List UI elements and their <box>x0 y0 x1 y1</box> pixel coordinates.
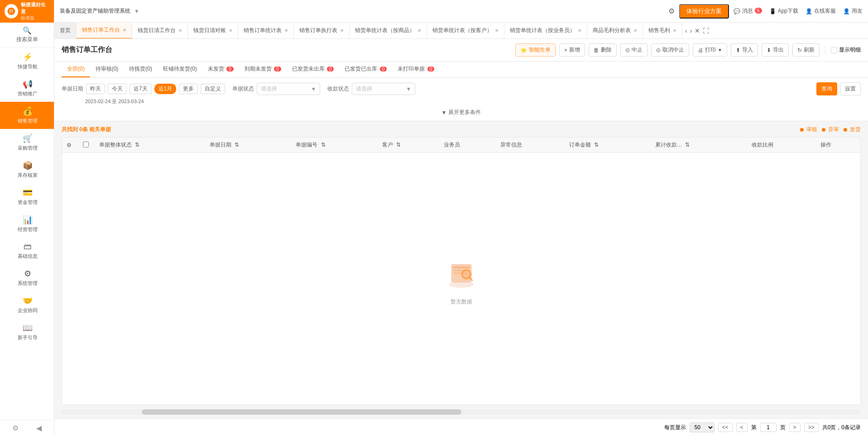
tab-home[interactable]: 首页 <box>54 23 77 39</box>
collected-sort[interactable]: ⇅ <box>685 142 690 148</box>
number-sort[interactable]: ⇅ <box>321 142 326 148</box>
show-detail-checkbox[interactable] <box>831 47 837 53</box>
tab-close-all[interactable]: ✕ <box>694 26 701 35</box>
tab-cash-daily[interactable]: 钱货日清工作台 ✕ <box>132 23 188 39</box>
subtab-overdue[interactable]: 到期未发货 0 <box>239 62 287 77</box>
next-page-btn[interactable]: > <box>789 423 801 432</box>
prev-page-btn[interactable]: < <box>736 423 748 432</box>
subtab-not-printed[interactable]: 未打印单据 0 <box>392 62 440 77</box>
import-button[interactable]: ⬆ 导入 <box>731 43 758 57</box>
scrollbar-thumb[interactable] <box>142 409 461 415</box>
tab-sum-staff-close[interactable]: ✕ <box>578 28 581 33</box>
tab-cash-daily-close[interactable]: ✕ <box>178 28 182 33</box>
tab-sales-more[interactable]: 销售毛利 ✕ <box>643 23 682 39</box>
tab-sales-sum-product[interactable]: 销货单统计表（按商品） ✕ <box>350 23 427 39</box>
delete-button[interactable]: 🗑 删除 <box>589 43 617 57</box>
tab-profit-close[interactable]: ✕ <box>633 28 637 33</box>
nav-item-inventory[interactable]: 📦 库存核算 <box>0 156 54 183</box>
message-btn[interactable]: 💬 消息 6 <box>734 7 762 15</box>
empty-illustration <box>441 252 482 293</box>
tab-cash-reconcile-close[interactable]: ✕ <box>229 28 232 33</box>
refresh-button[interactable]: ↻ 刷新 <box>792 43 820 57</box>
payment-select[interactable]: 请选择 ▼ <box>352 83 415 95</box>
date-last1m[interactable]: 近1月 <box>154 84 177 94</box>
settings-bottom-btn[interactable]: ⚙ <box>12 424 19 432</box>
filter-settings-button[interactable]: 设置 <box>840 82 861 95</box>
topbar-settings-icon[interactable]: ⚙ <box>668 7 675 15</box>
nav-item-marketing[interactable]: 📢 营销推广 <box>0 75 54 102</box>
base-icon: 🗃 <box>24 242 32 251</box>
add-button[interactable]: + 新增 <box>559 43 585 57</box>
tab-scroll-left[interactable]: ‹ <box>684 26 688 35</box>
query-button[interactable]: 查询 <box>816 82 837 95</box>
nav-item-guide[interactable]: 📖 新手引导 <box>0 318 54 346</box>
tab-scroll-right[interactable]: › <box>689 26 693 35</box>
subtab-all[interactable]: 全部(0) <box>62 62 90 77</box>
subtab-not-shipped-label: 未发货 <box>208 66 224 72</box>
nav-item-quick[interactable]: ⚡ 快捷导航 <box>0 47 54 75</box>
pause-button[interactable]: ⊙ 中止 <box>620 43 647 57</box>
date-yesterday[interactable]: 昨天 <box>86 84 105 94</box>
col-checkbox[interactable] <box>78 137 95 153</box>
date-today[interactable]: 今天 <box>108 84 127 94</box>
tab-sales-exec-close[interactable]: ✕ <box>340 28 344 33</box>
expand-filter-btn[interactable]: ▼ 展开更多条件 <box>441 109 481 116</box>
cancel-pause-button[interactable]: ⊙ 取消中止 <box>651 43 689 57</box>
tab-product-profit[interactable]: 商品毛利分析表 ✕ <box>587 23 643 39</box>
subtab-pending-review[interactable]: 待审核(0) <box>90 62 124 77</box>
subtab-shipped-not-out[interactable]: 已发货未出库 0 <box>287 62 340 77</box>
print-button[interactable]: 🖨 打印 ▼ <box>693 43 727 57</box>
user-menu-btn[interactable]: 👤 用友 <box>843 7 863 15</box>
bulk-cancel-review-btn[interactable]: 弃审 <box>822 126 839 133</box>
col-settings[interactable]: ⚙ <box>62 137 78 153</box>
subtab-pending-inspect[interactable]: 待拣货(0) <box>124 62 158 77</box>
status-select[interactable]: 请选择 ▼ <box>257 83 320 95</box>
page-number-input[interactable] <box>760 423 777 432</box>
tab-sales-stat[interactable]: 销售订单统计表 ✕ <box>238 23 294 39</box>
date-more[interactable]: 更多 <box>179 84 198 94</box>
subtab-wangpu[interactable]: 旺铺待发货(0) <box>158 62 202 77</box>
online-service-btn[interactable]: 👤 在线客服 <box>806 7 836 15</box>
select-all-checkbox[interactable] <box>83 142 89 147</box>
tab-sum-customer-close[interactable]: ✕ <box>495 28 499 33</box>
nav-item-finance[interactable]: 💳 资金管理 <box>0 183 54 210</box>
bulk-ship-btn[interactable]: 发货 <box>844 126 861 133</box>
nav-item-sales[interactable]: 💰 销售管理 <box>0 102 54 129</box>
industry-solution-button[interactable]: 体验行业方案 <box>679 4 729 19</box>
nav-item-purchase[interactable]: 🛒 采购管理 <box>0 129 54 156</box>
nav-item-operation[interactable]: 📊 经营管理 <box>0 210 54 237</box>
customer-sort[interactable]: ⇅ <box>396 142 401 148</box>
first-page-btn[interactable]: << <box>718 423 733 432</box>
page-size-select[interactable]: 10 20 50 100 <box>690 422 715 432</box>
tab-sales-sum-staff[interactable]: 销货单统计表（按业务员） ✕ <box>504 23 587 39</box>
subtab-shipped-out[interactable]: 已发货已出库 0 <box>339 62 392 77</box>
last-page-btn[interactable]: >> <box>804 423 819 432</box>
tab-sales-order[interactable]: 销售订单工作台 ✕ <box>77 23 132 39</box>
status-sort[interactable]: ⇅ <box>135 142 139 148</box>
sidebar-search[interactable]: 🔍 搜索菜单 <box>0 23 54 47</box>
tab-more-close[interactable]: ✕ <box>673 28 676 33</box>
app-download-btn[interactable]: 📱 App下载 <box>769 7 798 15</box>
amount-sort[interactable]: ⇅ <box>594 142 599 148</box>
nav-item-base[interactable]: 🗃 基础信息 <box>0 237 54 264</box>
horizontal-scrollbar[interactable] <box>62 409 861 415</box>
tab-sales-order-close[interactable]: ✕ <box>123 28 126 33</box>
nav-item-coop[interactable]: 🤝 企业协同 <box>0 291 54 318</box>
smart-generate-button[interactable]: ⭐ 智能生单 <box>515 43 556 57</box>
tab-cash-reconcile[interactable]: 钱货日清对账 ✕ <box>188 23 238 39</box>
tab-sum-product-close[interactable]: ✕ <box>417 28 421 33</box>
tab-fullscreen[interactable]: ⛶ <box>702 26 710 35</box>
export-button[interactable]: ⬇ 导出 <box>762 43 789 57</box>
date-custom[interactable]: 自定义 <box>201 84 225 94</box>
topbar-dropdown-arrow[interactable]: ▼ <box>134 8 139 14</box>
tab-sales-sum-customer[interactable]: 销货单统计表（按客户） ✕ <box>427 23 504 39</box>
bulk-review-btn[interactable]: 审核 <box>800 126 817 133</box>
tab-sales-stat-close[interactable]: ✕ <box>284 28 288 33</box>
collapse-btn[interactable]: ◀ <box>36 424 42 432</box>
sidebar-nav: ⚡ 快捷导航 📢 营销推广 💰 销售管理 🛒 采购管理 📦 库存核算 💳 资金管… <box>0 47 54 420</box>
subtab-not-shipped[interactable]: 未发货 0 <box>202 62 239 77</box>
date-sort[interactable]: ⇅ <box>235 142 239 148</box>
date-last7[interactable]: 近7天 <box>129 84 152 94</box>
nav-item-system[interactable]: ⚙ 系统管理 <box>0 264 54 291</box>
tab-sales-exec[interactable]: 销售订单执行表 ✕ <box>294 23 350 39</box>
